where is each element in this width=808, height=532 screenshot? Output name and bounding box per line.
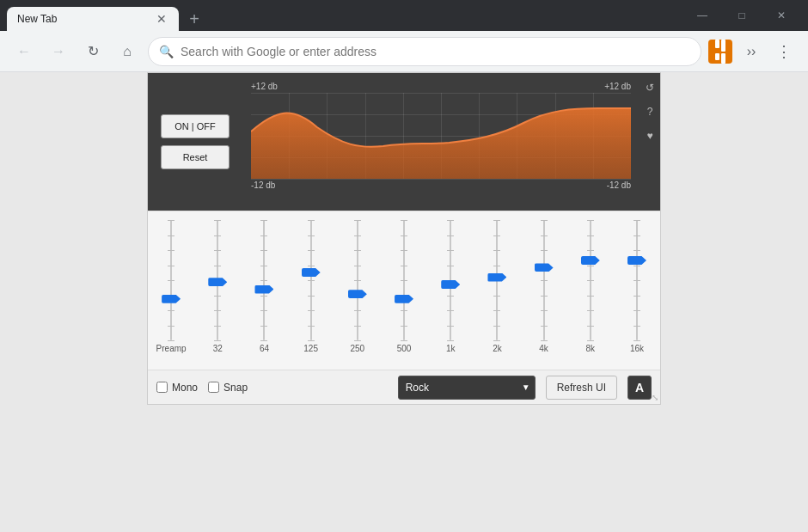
eq-bottom-bar: Mono Snap Rock Pop Jazz Classical Electr…	[148, 370, 660, 404]
title-bar: New Tab ✕ + — □ ✕	[0, 0, 808, 31]
vslider-track	[403, 220, 405, 340]
top-left-db-label: +12 db	[251, 82, 278, 91]
vslider-tick	[541, 220, 548, 221]
eq-sliders: Preamp32641252505001k2k4k8k16k	[148, 211, 660, 370]
vslider-tick	[354, 235, 361, 236]
slider-label-32: 32	[213, 344, 223, 353]
vslider-tick	[308, 310, 315, 311]
vslider-2k[interactable]	[480, 220, 514, 340]
address-bar: 🔍	[148, 37, 701, 66]
vslider-tick	[260, 266, 267, 266]
vslider-Preamp[interactable]	[154, 220, 188, 340]
close-button[interactable]: ✕	[762, 0, 801, 31]
active-tab[interactable]: New Tab ✕	[7, 7, 179, 31]
vslider-tick	[587, 296, 594, 297]
vslider-32[interactable]	[200, 220, 235, 340]
slider-label-250: 250	[351, 344, 365, 353]
vslider-tick	[168, 340, 174, 341]
vslider-125[interactable]	[294, 220, 328, 340]
vslider-tick	[447, 235, 454, 236]
vslider-tick	[401, 235, 407, 236]
vslider-tick	[634, 280, 640, 281]
vslider-tick	[308, 220, 315, 221]
refresh-icon[interactable]: ↺	[642, 80, 658, 95]
slider-thumb-500[interactable]	[395, 295, 413, 303]
vslider-1k[interactable]	[433, 220, 468, 340]
slider-thumb-16k[interactable]	[627, 256, 646, 265]
vslider-tick	[214, 310, 221, 311]
minimize-button[interactable]: —	[683, 0, 722, 31]
slider-thumb-250[interactable]	[348, 290, 367, 298]
forward-button[interactable]: →	[45, 38, 72, 65]
vslider-4k[interactable]	[527, 220, 561, 340]
vslider-tick	[541, 296, 548, 297]
vslider-16k[interactable]	[620, 220, 654, 340]
slider-col-64: 64	[241, 220, 287, 370]
vslider-tick	[447, 326, 454, 327]
search-icon: 🔍	[159, 45, 174, 58]
preset-select[interactable]: Rock Pop Jazz Classical Electronic Hip-H…	[398, 376, 536, 400]
slider-thumb-1k[interactable]	[441, 280, 460, 289]
vslider-tick	[447, 340, 454, 341]
back-button[interactable]: ←	[10, 38, 38, 65]
vslider-tick	[401, 250, 407, 251]
vslider-tick	[634, 235, 640, 236]
maximize-button[interactable]: □	[722, 0, 762, 31]
vslider-500[interactable]	[387, 220, 421, 340]
vslider-8k[interactable]	[573, 220, 608, 340]
refresh-ui-button[interactable]: Refresh UI	[546, 376, 617, 400]
slider-thumb-125[interactable]	[302, 268, 321, 277]
slider-thumb-2k[interactable]	[487, 273, 506, 282]
vslider-tick	[168, 310, 174, 311]
vslider-tick	[168, 326, 174, 327]
vslider-tick	[541, 250, 548, 251]
address-input[interactable]	[181, 45, 690, 58]
resize-handle[interactable]: ⤡	[652, 393, 658, 402]
slider-col-8k: 8k	[567, 220, 614, 370]
reset-button[interactable]: Reset	[161, 145, 230, 169]
vslider-250[interactable]	[340, 220, 375, 340]
extensions-chevron[interactable]: ››	[739, 40, 763, 64]
home-button[interactable]: ⌂	[113, 38, 141, 65]
vslider-tick	[447, 250, 454, 251]
on-off-button[interactable]: ON | OFF	[161, 114, 230, 138]
vslider-tick	[493, 326, 500, 327]
slider-label-8k: 8k	[586, 344, 596, 353]
vslider-tick	[541, 326, 548, 327]
vslider-track	[170, 220, 172, 340]
preset-select-wrapper: Rock Pop Jazz Classical Electronic Hip-H…	[398, 376, 536, 400]
help-icon[interactable]: ?	[642, 104, 658, 119]
vslider-track	[590, 220, 591, 340]
heart-icon[interactable]: ♥	[642, 128, 658, 144]
menu-button[interactable]: ⋮	[770, 38, 798, 65]
slider-thumb-64[interactable]	[254, 285, 273, 294]
vslider-tick	[214, 340, 221, 341]
vslider-tick	[354, 326, 361, 327]
reload-button[interactable]: ↻	[79, 38, 107, 65]
slider-label-125: 125	[303, 344, 318, 353]
tab-close-button[interactable]: ✕	[155, 12, 168, 26]
slider-thumb-32[interactable]	[208, 278, 227, 286]
slider-label-16k: 16k	[630, 344, 644, 353]
vslider-tick	[587, 235, 594, 236]
vslider-tick	[634, 340, 640, 341]
mono-checkbox[interactable]	[156, 382, 168, 393]
vslider-tick	[401, 266, 407, 266]
vslider-tick	[168, 266, 174, 266]
font-button[interactable]: A	[627, 376, 652, 400]
vslider-tick	[308, 296, 315, 297]
vslider-tick	[447, 296, 454, 297]
vslider-tick	[493, 340, 500, 341]
eq-curve-svg	[251, 93, 631, 179]
extension-icon[interactable]	[708, 40, 732, 64]
slider-thumb-4k[interactable]	[535, 263, 554, 272]
slider-thumb-Preamp[interactable]	[162, 295, 181, 303]
vslider-tick	[401, 280, 407, 281]
slider-label-4k: 4k	[539, 344, 548, 353]
vslider-64[interactable]	[247, 220, 281, 340]
vslider-tick	[260, 296, 267, 297]
slider-col-Preamp: Preamp	[148, 220, 194, 370]
new-tab-button[interactable]: +	[182, 7, 206, 31]
slider-thumb-8k[interactable]	[581, 256, 600, 265]
snap-checkbox[interactable]	[208, 382, 219, 393]
